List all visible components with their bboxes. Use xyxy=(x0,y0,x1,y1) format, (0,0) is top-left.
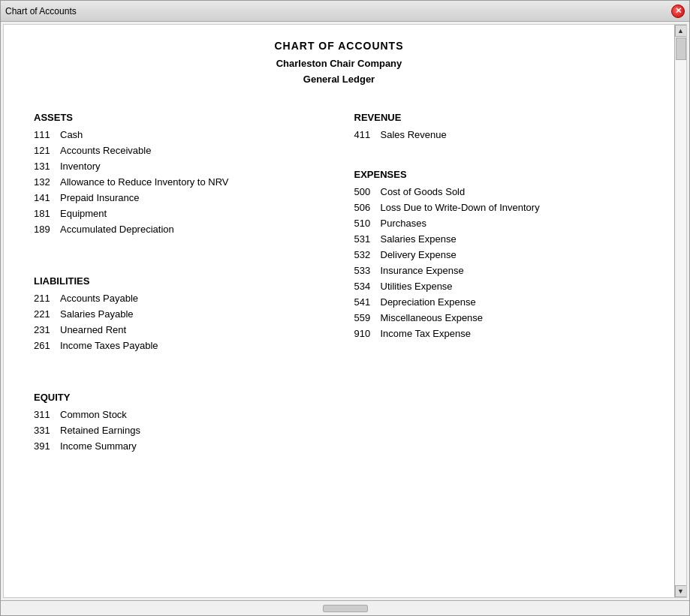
account-number: 111 xyxy=(34,129,60,140)
account-name: Purchases xyxy=(381,218,426,229)
account-number: 510 xyxy=(354,218,381,229)
account-number: 131 xyxy=(34,161,60,172)
account-name: Utilities Expense xyxy=(381,281,453,292)
spacer xyxy=(34,356,324,368)
list-item: 331 Retained Earnings xyxy=(34,425,324,436)
list-item: 391 Income Summary xyxy=(34,440,324,452)
list-item: 533 Insurance Expense xyxy=(354,265,645,276)
account-number: 211 xyxy=(34,293,60,304)
list-item: 541 Depreciation Expense xyxy=(354,296,645,308)
expenses-header: EXPENSES xyxy=(354,169,645,180)
scroll-track xyxy=(675,37,687,585)
account-number: 534 xyxy=(354,281,381,292)
account-name: Equipment xyxy=(60,208,107,219)
list-item: 559 Miscellaneous Expense xyxy=(354,312,645,323)
account-number: 141 xyxy=(34,192,60,203)
account-name: Miscellaneous Expense xyxy=(381,312,484,323)
list-item: 532 Delivery Expense xyxy=(354,249,645,260)
scrollbar[interactable]: ▲ ▼ xyxy=(674,25,686,597)
window: Chart of Accounts ✕ ▲ ▼ CHART OF ACCOUNT… xyxy=(0,0,690,616)
left-column: ASSETS 111 Cash 121 Accounts Receivable … xyxy=(34,100,339,456)
account-name: Salaries Expense xyxy=(381,233,456,245)
list-item: 311 Common Stock xyxy=(34,409,324,420)
liabilities-header: LIABILITIES xyxy=(34,275,324,287)
account-number: 132 xyxy=(34,176,60,188)
title-bar: Chart of Accounts ✕ xyxy=(1,1,689,22)
list-item: 531 Salaries Expense xyxy=(354,233,645,245)
spacer xyxy=(34,239,324,251)
account-number: 391 xyxy=(34,440,60,452)
account-number: 559 xyxy=(354,312,381,323)
account-name: Accumulated Depreciation xyxy=(60,224,174,235)
close-button[interactable]: ✕ xyxy=(671,5,685,18)
list-item: 181 Equipment xyxy=(34,208,324,219)
account-name: Income Tax Expense xyxy=(381,328,471,339)
account-name: Accounts Payable xyxy=(60,293,138,304)
account-number: 189 xyxy=(34,224,60,235)
account-name: Retained Earnings xyxy=(60,425,140,436)
list-item: 231 Unearned Rent xyxy=(34,324,324,335)
columns: ASSETS 111 Cash 121 Accounts Receivable … xyxy=(34,100,644,456)
doc-ledger: General Ledger xyxy=(34,74,644,85)
doc-title: CHART OF ACCOUNTS xyxy=(34,40,644,52)
account-number: 231 xyxy=(34,324,60,335)
account-name: Income Summary xyxy=(60,440,137,452)
scroll-down[interactable]: ▼ xyxy=(675,585,687,597)
scroll-thumb[interactable] xyxy=(676,38,686,60)
list-item: 141 Prepaid Insurance xyxy=(34,192,324,203)
account-name: Unearned Rent xyxy=(60,324,126,335)
spacer xyxy=(34,251,324,263)
equity-header: EQUITY xyxy=(34,392,324,403)
account-name: Cost of Goods Sold xyxy=(381,186,466,197)
account-number: 500 xyxy=(354,186,381,197)
list-item: 261 Income Taxes Payable xyxy=(34,340,324,351)
account-number: 411 xyxy=(354,129,381,140)
account-name: Cash xyxy=(60,129,83,140)
list-item: 534 Utilities Expense xyxy=(354,281,645,292)
account-name: Sales Revenue xyxy=(381,129,447,140)
account-number: 261 xyxy=(34,340,60,351)
account-number: 541 xyxy=(354,296,381,308)
account-number: 531 xyxy=(354,233,381,245)
horizontal-scrollbar[interactable] xyxy=(323,605,368,612)
account-number: 181 xyxy=(34,208,60,219)
account-name: Allowance to Reduce Inventory to NRV xyxy=(60,176,229,188)
list-item: 500 Cost of Goods Sold xyxy=(354,186,645,197)
account-number: 331 xyxy=(34,425,60,436)
account-name: Insurance Expense xyxy=(381,265,464,276)
account-number: 532 xyxy=(354,249,381,260)
account-name: Depreciation Expense xyxy=(381,296,476,308)
assets-header: ASSETS xyxy=(34,112,324,123)
account-name: Prepaid Insurance xyxy=(60,192,140,203)
account-number: 121 xyxy=(34,145,60,156)
account-number: 910 xyxy=(354,328,381,339)
account-name: Delivery Expense xyxy=(381,249,456,260)
account-number: 506 xyxy=(354,202,381,213)
revenue-header: REVENUE xyxy=(354,112,645,123)
list-item: 211 Accounts Payable xyxy=(34,293,324,304)
list-item: 411 Sales Revenue xyxy=(354,129,645,140)
account-name: Accounts Receivable xyxy=(60,145,151,156)
list-item: 121 Accounts Receivable xyxy=(34,145,324,156)
account-name: Salaries Payable xyxy=(60,308,134,320)
list-item: 189 Accumulated Depreciation xyxy=(34,224,324,235)
list-item: 910 Income Tax Expense xyxy=(354,328,645,339)
list-item: 111 Cash xyxy=(34,129,324,140)
right-column: REVENUE 411 Sales Revenue EXPENSES 500 C… xyxy=(339,100,645,456)
bottom-bar xyxy=(1,600,689,615)
account-name: Common Stock xyxy=(60,409,127,420)
list-item: 510 Purchases xyxy=(354,218,645,229)
list-item: 506 Loss Due to Write-Down of Inventory xyxy=(354,202,645,213)
list-item: 132 Allowance to Reduce Inventory to NRV xyxy=(34,176,324,188)
account-number: 221 xyxy=(34,308,60,320)
doc-subtitle: Charleston Chair Company xyxy=(34,58,644,69)
account-number: 533 xyxy=(354,265,381,276)
spacer xyxy=(354,145,645,157)
document: CHART OF ACCOUNTS Charleston Chair Compa… xyxy=(4,25,674,479)
account-number: 311 xyxy=(34,409,60,420)
account-name: Inventory xyxy=(60,161,100,172)
account-name: Loss Due to Write-Down of Inventory xyxy=(381,202,540,213)
window-title: Chart of Accounts xyxy=(5,6,77,17)
list-item: 131 Inventory xyxy=(34,161,324,172)
scroll-up[interactable]: ▲ xyxy=(675,25,687,37)
